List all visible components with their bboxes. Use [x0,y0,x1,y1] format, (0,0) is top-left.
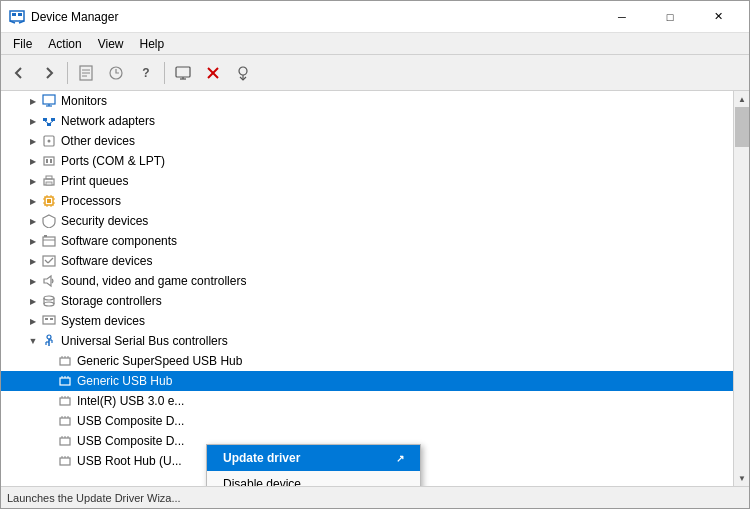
back-button[interactable] [5,59,33,87]
svg-line-48 [48,258,53,263]
softcomp-label: Software components [61,234,177,248]
menu-view[interactable]: View [90,35,132,53]
update-driver-button[interactable] [102,59,130,87]
scan-button[interactable] [229,59,257,87]
expand-usb-root[interactable]: ▶ [41,453,57,469]
help-icon: ? [142,66,149,80]
help-button[interactable]: ? [132,59,160,87]
context-disable-device[interactable]: Disable device [207,471,420,486]
usb-generic-label: Generic USB Hub [77,374,172,388]
expand-other[interactable]: ▶ [25,133,41,149]
window-icon [9,9,25,25]
system-label: System devices [61,314,145,328]
usb-root-label: USB Root Hub (U... [77,454,182,468]
tree-item-monitors[interactable]: ▶ Monitors [1,91,733,111]
expand-storage[interactable]: ▶ [25,293,41,309]
menu-action[interactable]: Action [40,35,89,53]
expand-usb-generic-ss[interactable]: ▶ [41,353,57,369]
svg-rect-83 [60,458,70,465]
sound-label: Sound, video and game controllers [61,274,246,288]
expand-network[interactable]: ▶ [25,113,41,129]
expand-print[interactable]: ▶ [25,173,41,189]
svg-rect-46 [43,256,55,266]
vertical-scrollbar[interactable]: ▲ ▼ [733,91,749,486]
menu-help[interactable]: Help [132,35,173,53]
tree-item-print[interactable]: ▶ Print queues [1,171,733,191]
other-label: Other devices [61,134,135,148]
usb-label: Universal Serial Bus controllers [61,334,228,348]
svg-rect-67 [60,378,70,385]
device-tree[interactable]: ▶ Monitors ▶ Network adapters ▶ [1,91,733,486]
expand-usb-intel[interactable]: ▶ [41,393,57,409]
tree-item-ports[interactable]: ▶ Ports (COM & LPT) [1,151,733,171]
status-bar: Launches the Update Driver Wiza... [1,486,749,508]
monitor-button[interactable] [169,59,197,87]
softdev-icon [41,253,57,269]
expand-softdev[interactable]: ▶ [25,253,41,269]
sound-icon [41,273,57,289]
forward-button[interactable] [35,59,63,87]
tree-item-sound[interactable]: ▶ Sound, video and game controllers [1,271,733,291]
close-button[interactable]: ✕ [695,1,741,33]
tree-item-security[interactable]: ▶ Security devices [1,211,733,231]
device-manager-window: Device Manager ─ □ ✕ File Action View He… [0,0,750,509]
tree-item-processors[interactable]: ▶ Processors [1,191,733,211]
expand-softcomp[interactable]: ▶ [25,233,41,249]
tree-item-usb-generic[interactable]: ▶ Generic USB Hub [1,371,733,391]
usb-intel-label: Intel(R) USB 3.0 e... [77,394,184,408]
svg-marker-49 [44,276,51,286]
window-controls: ─ □ ✕ [599,1,741,33]
uninstall-button[interactable] [199,59,227,87]
expand-usb[interactable]: ▼ [25,333,41,349]
other-icon [41,133,57,149]
tree-item-usb-comp1[interactable]: ▶ USB Composite D... [1,411,733,431]
usb-icon [41,333,57,349]
ports-label: Ports (COM & LPT) [61,154,165,168]
expand-ports[interactable]: ▶ [25,153,41,169]
svg-point-57 [47,335,51,339]
tree-item-usb-intel[interactable]: ▶ Intel(R) USB 3.0 e... [1,391,733,411]
expand-processors[interactable]: ▶ [25,193,41,209]
print-icon [41,173,57,189]
svg-point-15 [239,67,247,75]
scroll-track[interactable] [734,107,749,470]
scroll-thumb[interactable] [735,107,749,147]
svg-rect-56 [50,318,53,320]
expand-sound[interactable]: ▶ [25,273,41,289]
monitors-icon [41,93,57,109]
minimize-button[interactable]: ─ [599,1,645,33]
expand-usb-generic[interactable]: ▶ [41,373,57,389]
storage-label: Storage controllers [61,294,162,308]
scroll-down-button[interactable]: ▼ [734,470,749,486]
tree-item-usb-generic-ss[interactable]: ▶ Generic SuperSpeed USB Hub [1,351,733,371]
usb-generic-ss-label: Generic SuperSpeed USB Hub [77,354,242,368]
properties-button[interactable] [72,59,100,87]
tree-item-softdev[interactable]: ▶ Software devices [1,251,733,271]
tree-item-storage[interactable]: ▶ Storage controllers [1,291,733,311]
svg-rect-1 [12,13,16,16]
forward-icon [42,66,56,80]
update-driver-icon [108,65,124,81]
svg-rect-55 [45,318,48,320]
print-label: Print queues [61,174,128,188]
tree-item-other[interactable]: ▶ Other devices [1,131,733,151]
separator-1 [67,62,68,84]
svg-rect-71 [60,398,70,405]
context-update-driver[interactable]: Update driver ↗ [207,445,420,471]
expand-security[interactable]: ▶ [25,213,41,229]
expand-monitors[interactable]: ▶ [25,93,41,109]
expand-usb-comp1[interactable]: ▶ [41,413,57,429]
svg-rect-17 [43,95,55,104]
tree-item-system[interactable]: ▶ System devices [1,311,733,331]
processors-label: Processors [61,194,121,208]
title-bar: Device Manager ─ □ ✕ [1,1,749,33]
tree-item-softcomp[interactable]: ▶ Software components [1,231,733,251]
expand-usb-comp2[interactable]: ▶ [41,433,57,449]
tree-item-usb[interactable]: ▼ Universal Serial Bus controllers [1,331,733,351]
scroll-up-button[interactable]: ▲ [734,91,749,107]
maximize-button[interactable]: □ [647,1,693,33]
expand-system[interactable]: ▶ [25,313,41,329]
tree-item-network[interactable]: ▶ Network adapters [1,111,733,131]
usb-intel-icon [57,393,73,409]
menu-file[interactable]: File [5,35,40,53]
